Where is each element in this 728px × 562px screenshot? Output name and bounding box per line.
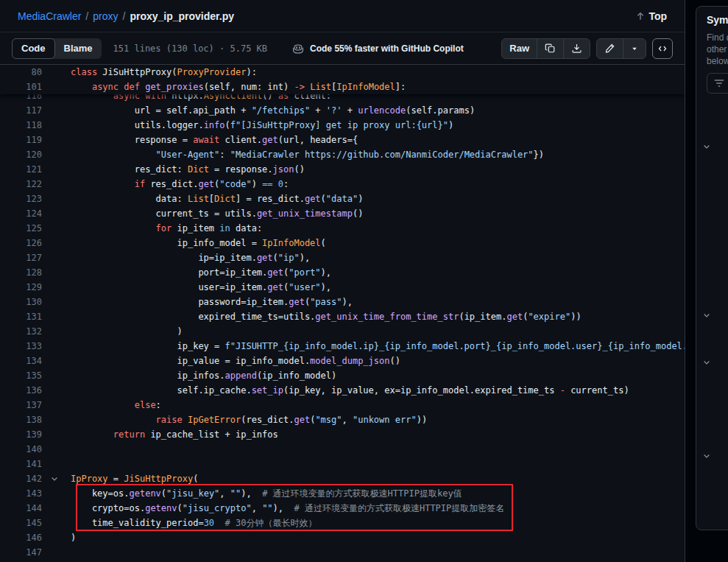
code-text: return ip_cache_list + ip_infos (71, 427, 278, 442)
code-text: url = self.api_path + "/fetchips" + '?' … (71, 103, 475, 118)
code-line: 80class JiSuHttpProxy(ProxyProvider): (0, 65, 685, 80)
line-number[interactable]: 144 (0, 501, 42, 516)
code-line: 143 key=os.getenv("jisu_key", ""), # 通过环… (0, 486, 685, 501)
code-line: 124 current_ts = utils.get_unix_timestam… (0, 206, 685, 221)
code-line: 140 (0, 442, 685, 457)
code-line: 119 response = await client.get(url, hea… (0, 133, 685, 147)
line-number[interactable]: 146 (0, 530, 42, 545)
code-line: 133 ip_key = f"JISUHTTP_{ip_info_model.i… (0, 339, 685, 354)
code-line: 101 async def get_proxies(self, num: int… (0, 80, 685, 94)
code-text: port=ip_item.get("port"), (71, 265, 331, 280)
sticky-scope-lines: 80class JiSuHttpProxy(ProxyProvider):101… (0, 65, 685, 94)
code-blame-toggle: Code Blame (12, 38, 102, 59)
line-number[interactable]: 117 (0, 103, 42, 118)
edit-file-button[interactable] (597, 39, 623, 58)
code-text: ip=ip_item.get("ip"), (71, 250, 310, 265)
raw-button[interactable]: Raw (502, 39, 537, 58)
line-number[interactable]: 141 (0, 457, 42, 471)
line-number[interactable]: 143 (0, 486, 42, 501)
line-number[interactable]: 121 (0, 162, 42, 177)
code-text: expired_time_ts=utils.get_unix_time_from… (71, 309, 582, 324)
download-raw-button[interactable] (563, 39, 590, 58)
line-number[interactable]: 137 (0, 398, 42, 412)
code-line: 131 expired_time_ts=utils.get_unix_time_… (0, 309, 685, 324)
code-brackets-icon (657, 43, 668, 54)
code-text: ip_info_model = IpInfoModel( (71, 236, 326, 250)
symbols-filter-input[interactable] (707, 73, 728, 94)
line-number[interactable]: 138 (0, 412, 42, 427)
line-number[interactable]: 133 (0, 339, 42, 354)
line-number[interactable]: 140 (0, 442, 42, 457)
line-number[interactable]: 127 (0, 250, 42, 265)
code-lines: 116 async with httpx.AsyncClient() as cl… (0, 94, 685, 560)
line-number[interactable]: 126 (0, 236, 42, 250)
line-number[interactable]: 145 (0, 516, 42, 530)
copy-raw-button[interactable] (537, 39, 563, 58)
line-number[interactable]: 118 (0, 118, 42, 133)
raw-button-group: Raw (501, 38, 590, 59)
fold-chevron-icon[interactable] (50, 474, 59, 483)
line-number[interactable]: 147 (0, 545, 42, 560)
line-number[interactable]: 125 (0, 221, 42, 236)
symbols-panel-description: Find definitions and references for func… (707, 32, 728, 67)
line-number[interactable]: 135 (0, 368, 42, 383)
line-number[interactable]: 124 (0, 206, 42, 221)
code-line: 130 password=ip_item.get("pass"), (0, 295, 685, 309)
line-number[interactable]: 134 (0, 354, 42, 368)
back-to-top-button[interactable]: Top (635, 10, 673, 22)
code-text: class JiSuHttpProxy(ProxyProvider): (71, 65, 257, 80)
line-number[interactable]: 139 (0, 427, 42, 442)
toolbar-actions: Raw (501, 38, 673, 59)
code-text: IpProxy = JiSuHttpProxy( (71, 471, 198, 486)
symbol-tree-item[interactable] (702, 449, 711, 463)
code-toolbar: Code Blame 151 lines (130 loc) · 5.75 KB… (0, 32, 685, 65)
line-number[interactable]: 130 (0, 295, 42, 309)
code-text: self.ip_cache.set_ip(ip_key, ip_value, e… (71, 383, 629, 398)
code-text: ip_value = ip_info_model.model_dump_json… (71, 354, 400, 368)
line-number[interactable]: 129 (0, 280, 42, 295)
line-number[interactable]: 120 (0, 147, 42, 162)
code-line: 132 ) (0, 324, 685, 339)
chevron-down-icon[interactable] (702, 142, 711, 151)
code-text: ) (71, 324, 183, 339)
file-view: MediaCrawler / proxy / proxy_ip_provider… (0, 0, 685, 562)
code-text: ip_infos.append(ip_info_model) (71, 368, 336, 383)
breadcrumb-repo-link[interactable]: MediaCrawler (18, 10, 81, 22)
edit-dropdown-button[interactable] (623, 39, 646, 58)
code-text: raise IpGetError(res_dict.get("msg", "un… (71, 412, 427, 427)
symbol-tree-item[interactable] (702, 308, 711, 323)
code-line: 147 (0, 545, 685, 560)
chevron-down-icon[interactable] (702, 311, 711, 320)
line-number[interactable]: 128 (0, 265, 42, 280)
line-number[interactable]: 142 (0, 471, 42, 486)
code-line: 142IpProxy = JiSuHttpProxy( (0, 471, 685, 486)
line-number[interactable]: 80 (0, 65, 42, 80)
symbol-tree-item[interactable] (702, 355, 711, 370)
line-number[interactable]: 136 (0, 383, 42, 398)
line-number[interactable]: 101 (0, 80, 42, 94)
line-number[interactable]: 119 (0, 133, 42, 147)
copy-icon (545, 43, 556, 54)
line-number[interactable]: 132 (0, 324, 42, 339)
symbols-panel-toggle-button[interactable] (652, 38, 673, 59)
chevron-down-icon[interactable] (702, 358, 711, 367)
code-text: for ip_item in data: (71, 221, 262, 236)
pencil-icon (604, 43, 615, 54)
code-text: if res_dict.get("code") == 0: (71, 177, 289, 192)
line-number[interactable]: 116 (0, 94, 42, 103)
copilot-icon (292, 43, 304, 55)
code-line: 121 res_dict: Dict = response.json() (0, 162, 685, 177)
symbol-tree-item[interactable] (702, 139, 711, 154)
tab-blame[interactable]: Blame (55, 38, 102, 59)
code-text: res_dict: Dict = response.json() (71, 162, 305, 177)
breadcrumb-separator: / (85, 10, 88, 22)
line-number[interactable]: 131 (0, 309, 42, 324)
line-number[interactable]: 123 (0, 192, 42, 206)
breadcrumb-dir-link[interactable]: proxy (93, 10, 118, 22)
copilot-banner[interactable]: Code 55% faster with GitHub Copilot (292, 43, 464, 55)
line-number[interactable]: 122 (0, 177, 42, 192)
tab-code[interactable]: Code (12, 38, 55, 59)
chevron-down-icon[interactable] (702, 452, 711, 460)
download-icon (571, 43, 582, 54)
code-text: data: List[Dict] = res_dict.get("data") (71, 192, 363, 206)
